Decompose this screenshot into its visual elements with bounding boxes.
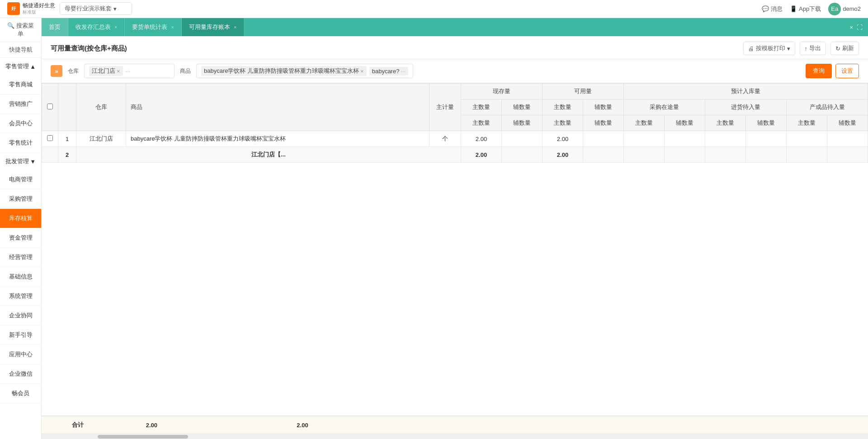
subtotal-pt-main (624, 147, 665, 163)
footer-prod-main (717, 422, 793, 429)
setting-btn[interactable]: 设置 (835, 64, 859, 78)
setting-label: 设置 (841, 67, 853, 74)
horizontal-scrollbar[interactable] (42, 434, 868, 439)
tab-available[interactable]: 可用量库存账本 × (182, 18, 244, 36)
row-unit: 个 (429, 131, 461, 147)
app-center-label: 应用中心 (9, 350, 33, 359)
tab-orders-close[interactable]: × (171, 24, 174, 30)
footer-pt-main (415, 422, 491, 429)
sub-prod-aux: 辅数量 (827, 115, 868, 131)
tab-orders[interactable]: 要货单统计表 × (125, 18, 181, 36)
sidebar-item-retail-stats[interactable]: 零售统计 (0, 133, 41, 153)
warehouse-input[interactable]: 江北门店 × ··· (84, 64, 175, 78)
sidebar-item-operation[interactable]: 经营管理 (0, 248, 41, 267)
query-btn[interactable]: 查询 (806, 64, 832, 78)
col-checkbox[interactable] (42, 84, 58, 131)
retail-stats-label: 零售统计 (9, 139, 33, 147)
tab-available-close[interactable]: × (234, 24, 236, 30)
sidebar-item-enterprise[interactable]: 企业协同 (0, 306, 41, 326)
user-profile[interactable]: Ea demo2 (828, 3, 861, 15)
sidebar-item-app-center[interactable]: 应用中心 (0, 345, 41, 364)
app-download-btn[interactable]: 📱 App下载 (790, 5, 821, 13)
subtotal-prod-main (787, 147, 827, 163)
subtotal-prod-aux (827, 147, 868, 163)
tab-receipts-close[interactable]: × (114, 24, 117, 30)
logo-text: 畅捷通好生意 (23, 2, 55, 9)
export-btn[interactable]: ↑ 导出 (800, 42, 826, 55)
marketing-label: 营销推广 (9, 100, 33, 108)
sidebar-item-newbie[interactable]: 新手引导 (0, 326, 41, 345)
sidebar-nav[interactable]: 快捷导航 (0, 42, 41, 58)
sidebar-item-wholesale[interactable]: 批发管理 ▼ (0, 153, 41, 170)
subtotal-cur-main: 2.00 (461, 147, 502, 163)
row-cur-main: 2.00 (461, 131, 502, 147)
message-btn[interactable]: 💬 消息 (762, 5, 783, 13)
sidebar-item-retail[interactable]: 零售管理 ▲ (0, 58, 41, 75)
sidebar: 🔍 搜索菜单 快捷导航 零售管理 ▲ 零售商城 营销推广 会员中心 零售统计 批… (0, 18, 42, 439)
top-bar-right: 💬 消息 📱 App下载 Ea demo2 (762, 3, 861, 15)
sub-cur-aux: 辅数量 (502, 115, 542, 131)
sidebar-item-enterprise-wechat[interactable]: 企业微信 (0, 364, 41, 384)
col-purchase-pending-header: 进货待入量 (705, 99, 787, 115)
product-tag1-close[interactable]: × (360, 68, 364, 75)
col-available-header: 可用量 (542, 84, 624, 99)
enterprise-wechat-label: 企业微信 (9, 370, 33, 378)
expand-icon[interactable]: ⛶ (857, 24, 863, 31)
chevron-icon2: ▼ (30, 158, 36, 165)
print-btn[interactable]: 🖨 按模板打印 ▾ (743, 42, 795, 55)
select-all-checkbox[interactable] (47, 104, 53, 109)
refresh-btn[interactable]: ↻ 刷新 (830, 42, 859, 55)
warehouse-tag-close[interactable]: × (117, 68, 120, 75)
query-label: 查询 (813, 67, 825, 74)
tab-orders-label: 要货单统计表 (132, 23, 167, 31)
sidebar-item-inventory[interactable]: 库存核算 (0, 209, 41, 228)
sidebar-item-purchase[interactable]: 采购管理 (0, 189, 41, 209)
app-download-label: App下载 (799, 5, 821, 13)
footer-pp-aux (642, 422, 717, 429)
logo-text-block: 畅捷通好生意 标准版 (23, 2, 55, 15)
col-current-stock-header: 现存量 (461, 84, 542, 99)
close-all-icon[interactable]: × (849, 24, 853, 31)
col-purchase-transit-header: 采购在途量 (624, 99, 705, 115)
sidebar-item-ecommerce[interactable]: 电商管理 (0, 170, 41, 189)
content-area: 首页 收发存汇总表 × 要货单统计表 × 可用量库存账本 × × ⛶ 可用量查询… (42, 18, 868, 439)
top-bar-left: 好 畅捷通好生意 标准版 母婴行业演示账套 ▾ (7, 2, 132, 15)
col-avail-main-header: 主数量 (542, 99, 583, 115)
sidebar-item-member[interactable]: 会员中心 (0, 114, 41, 133)
sidebar-item-retail-shop[interactable]: 零售商城 (0, 75, 41, 94)
sidebar-item-finance[interactable]: 资金管理 (0, 228, 41, 248)
subtotal-pp-aux (746, 147, 787, 163)
sidebar-item-marketing[interactable]: 营销推广 (0, 94, 41, 114)
tab-bar-end: × ⛶ (844, 18, 868, 36)
logo-area: 好 畅捷通好生意 标准版 (7, 2, 55, 15)
product-input[interactable]: babycare学饮杯 儿童防摔防撞吸管杯重力球吸嘴杯宝宝水杯 × babyca… (196, 64, 413, 78)
sidebar-item-basic[interactable]: 基础信息 (0, 267, 41, 287)
sidebar-item-member2[interactable]: 畅会员 (0, 384, 41, 403)
sidebar-search[interactable]: 🔍 搜索菜单 (0, 18, 41, 42)
tab-bar: 首页 收发存汇总表 × 要货单统计表 × 可用量库存账本 × × ⛶ (42, 18, 868, 36)
sub-avail-aux: 辅数量 (583, 115, 624, 131)
tab-home[interactable]: 首页 (42, 18, 68, 36)
filter-toggle[interactable]: » (51, 65, 62, 77)
col-avail-aux-header: 辅数量 (583, 99, 624, 115)
row-checkbox[interactable] (42, 131, 58, 147)
col-planned-inbound-header: 预计入库量 (624, 84, 868, 99)
subtotal-avail-main: 2.00 (542, 147, 583, 163)
top-bar: 好 畅捷通好生意 标准版 母婴行业演示账套 ▾ 💬 消息 📱 App下载 Ea … (0, 0, 868, 18)
refresh-icon: ↻ (835, 45, 840, 52)
sidebar-item-system[interactable]: 系统管理 (0, 287, 41, 306)
ecommerce-label: 电商管理 (9, 175, 33, 184)
table-container[interactable]: 仓库 商品 主计量 现存量 可用量 (42, 83, 868, 415)
footer-avail-aux (340, 422, 415, 429)
search-label: 搜索菜单 (16, 22, 34, 37)
industry-select[interactable]: 母婴行业演示账套 ▾ (60, 2, 132, 15)
search-icon: 🔍 (7, 22, 14, 29)
inventory-label: 库存核算 (9, 214, 33, 222)
row-pp-main (705, 131, 746, 147)
tab-receipts[interactable]: 收发存汇总表 × (68, 18, 125, 36)
scroll-thumb[interactable] (98, 435, 188, 439)
tab-receipts-label: 收发存汇总表 (75, 23, 111, 31)
row-pt-aux (665, 131, 705, 147)
table-footer: 合计 2.00 2.00 (42, 415, 868, 434)
chevron-down-icon: ▾ (113, 5, 117, 12)
